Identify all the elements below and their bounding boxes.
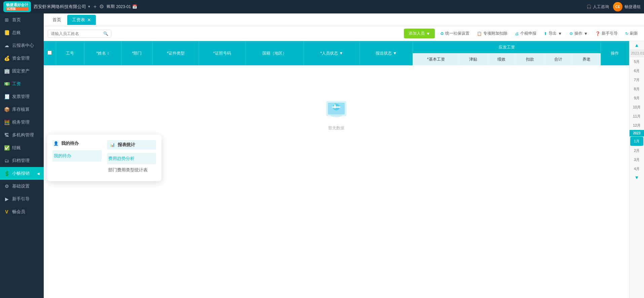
- logo-text: 畅捷通好会计: [6, 3, 28, 7]
- date-item-9[interactable]: 9月: [630, 94, 644, 103]
- date-item-5[interactable]: 5月: [630, 57, 644, 66]
- date-item-6[interactable]: 6月: [630, 66, 644, 75]
- th-id-number: *证照号码: [199, 41, 245, 65]
- date-item-10[interactable]: 10月: [630, 103, 644, 112]
- th-checkbox[interactable]: [44, 41, 56, 65]
- period-box: 账期 2023-01 📅: [107, 4, 137, 9]
- th-base-salary: *基本工资: [413, 53, 459, 65]
- sidebar-item-ledger[interactable]: 📒 总账: [0, 26, 44, 39]
- guide-icon: ▶: [4, 196, 9, 202]
- refresh-btn[interactable]: ↻ 刷新: [623, 29, 640, 38]
- sidebar-item-salary[interactable]: 💵 工资: [0, 77, 44, 90]
- new-guide-btn[interactable]: ❓ 新手引导: [593, 29, 620, 38]
- date-year-2023: 2023: [630, 130, 644, 136]
- todo-section-icon: 👤: [52, 140, 59, 147]
- search-box: 🔍: [48, 30, 111, 38]
- date-nav-up[interactable]: ▲: [630, 41, 644, 49]
- th-operation: 操作: [601, 41, 629, 65]
- sidebar-label-home: 首页: [12, 17, 21, 23]
- sidebar-item-reports[interactable]: ☁ 云报表中心: [0, 39, 44, 52]
- tab-salary[interactable]: 工资表 ✕: [67, 15, 96, 25]
- th-allowance: 津贴: [459, 53, 487, 65]
- popup-item-dept-expense[interactable]: 部门费用类型统计表: [107, 164, 156, 176]
- date-item-3[interactable]: 3月: [630, 155, 644, 164]
- export-arrow: ▼: [558, 31, 562, 36]
- export-icon: ⬆: [544, 31, 547, 36]
- social-insurance-btn[interactable]: ♻ 统一社保设置: [438, 29, 471, 38]
- add-person-button[interactable]: 添加人员 ▼: [404, 29, 435, 38]
- sidebar-label-inventory: 库存核算: [12, 106, 30, 112]
- th-nationality: 国籍（地区）: [245, 41, 304, 65]
- th-name: *姓名 ↕: [84, 41, 121, 65]
- tax-icon: 🧮: [4, 120, 9, 125]
- th-bonus: 绩效: [487, 53, 516, 65]
- export-btn[interactable]: ⬆ 导出 ▼: [542, 29, 564, 38]
- sidebar-item-member[interactable]: V 畅会员: [0, 205, 44, 218]
- sidebar-item-archive[interactable]: 🗂 归档管理: [0, 154, 44, 167]
- add-person-label: 添加人员: [409, 31, 425, 36]
- income-tax-label: 个税申报: [520, 31, 536, 36]
- headset-icon: 🎧: [586, 4, 592, 9]
- user-avatar: CE: [613, 2, 622, 11]
- tab-close-icon[interactable]: ✕: [87, 17, 91, 23]
- settle-icon: ✅: [4, 145, 9, 151]
- username: 畅捷通组: [624, 4, 641, 10]
- svg-rect-3: [332, 106, 340, 108]
- date-item-11[interactable]: 11月: [630, 112, 644, 121]
- sidebar-item-assets[interactable]: 🏢 固定资产: [0, 65, 44, 77]
- sidebar-item-invoice[interactable]: 🧾 发票管理: [0, 90, 44, 103]
- logo: 畅捷通好会计 试用版: [3, 1, 31, 12]
- popup-section-reports: 📊 报表统计 费用趋势分析 部门费用类型统计表: [107, 140, 156, 176]
- sidebar-label-archive: 归档管理: [12, 158, 30, 164]
- sidebar-item-settle[interactable]: ✅ 结账: [0, 141, 44, 154]
- toolbar: 🔍 添加人员 ▼ ♻ 统一社保设置 📋 专项附加扣除: [44, 26, 644, 41]
- company-dropdown-icon[interactable]: ▼: [87, 5, 91, 8]
- reports-section-icon: 📊: [109, 141, 116, 148]
- sidebar-label-multi: 多机构管理: [12, 132, 34, 138]
- date-item-1[interactable]: 1月: [630, 137, 643, 146]
- select-all-checkbox[interactable]: [47, 51, 52, 55]
- inventory-icon: 📦: [4, 107, 9, 112]
- settings-icon[interactable]: ⚙: [99, 3, 104, 10]
- th-person-status: *人员状态 ▼: [304, 41, 359, 65]
- calendar-icon[interactable]: 📅: [132, 4, 137, 9]
- cloud-icon: ☁: [4, 43, 9, 48]
- new-guide-icon: ❓: [595, 31, 600, 36]
- date-item-12[interactable]: 12月: [630, 121, 644, 130]
- sidebar-item-funds[interactable]: 💰 资金管理: [0, 52, 44, 65]
- date-item-7[interactable]: 7月: [630, 75, 644, 85]
- sidebar-label-reports: 云报表中心: [12, 42, 34, 48]
- sidebar-item-tax[interactable]: 🧮 税务管理: [0, 116, 44, 129]
- period-label: 账期: [107, 4, 115, 9]
- sidebar-item-guide[interactable]: ▶ 新手引导: [0, 193, 44, 205]
- company-selector[interactable]: 西安虾米网络科技有限公司 ▼: [34, 4, 91, 10]
- popup-item-expense-trend[interactable]: 费用趋势分析: [107, 153, 156, 164]
- sidebar-item-home[interactable]: ⊞ 首页: [0, 13, 44, 26]
- sidebar-item-multi[interactable]: 🏗 多机构管理: [0, 129, 44, 141]
- sidebar-item-settings[interactable]: ⚙ 基础设置: [0, 180, 44, 193]
- tab-home[interactable]: 首页: [48, 15, 66, 25]
- popup-item-my-todo[interactable]: 我的待办: [52, 150, 102, 162]
- add-button[interactable]: +: [93, 4, 97, 10]
- income-tax-btn[interactable]: 🖨 个税申报: [513, 29, 538, 38]
- date-item-4[interactable]: 4月: [630, 164, 644, 173]
- search-input[interactable]: [51, 31, 101, 36]
- home-icon: ⊞: [4, 17, 9, 23]
- company-name: 西安虾米网络科技有限公司: [34, 4, 86, 10]
- empty-text: 暂无数据: [328, 125, 344, 131]
- search-icon[interactable]: 🔍: [103, 31, 108, 36]
- date-item-2[interactable]: 2月: [630, 146, 644, 155]
- special-deduct-btn[interactable]: 📋 专项附加扣除: [475, 29, 509, 38]
- operation-btn[interactable]: ⚙ 操作 ▼: [567, 29, 590, 38]
- popup-section-reports-header: 📊 报表统计: [107, 140, 156, 150]
- support-button[interactable]: 🎧 人工咨询: [586, 4, 609, 10]
- date-item-8[interactable]: 8月: [630, 85, 644, 94]
- expense-icon: 💲: [4, 171, 9, 176]
- date-nav-down[interactable]: ▼: [630, 173, 644, 181]
- refresh-icon: ↻: [625, 31, 629, 36]
- sidebar-item-expense[interactable]: 💲 小畅报销 ◀: [0, 167, 44, 180]
- sidebar-label-tax: 税务管理: [12, 119, 30, 125]
- th-total: 合计: [544, 53, 572, 65]
- todo-section-title: 我的待办: [61, 140, 79, 146]
- sidebar-item-inventory[interactable]: 📦 库存核算: [0, 103, 44, 116]
